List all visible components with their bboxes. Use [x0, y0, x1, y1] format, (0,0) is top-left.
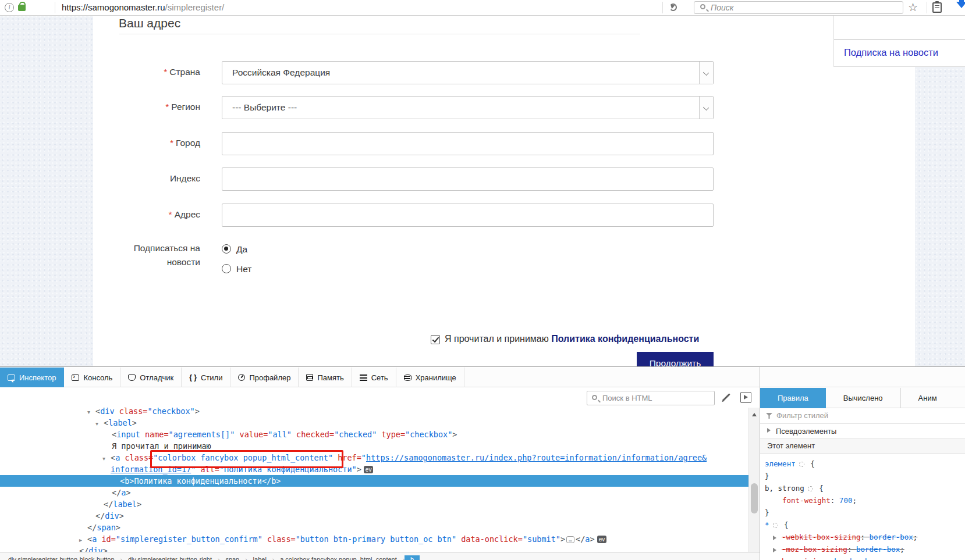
reload-icon[interactable]: [669, 3, 677, 11]
page-content: Ваш адрес *Страна Российская Федерация *…: [93, 16, 915, 366]
url-input[interactable]: https://samogonomaster.ru/simpleregister…: [62, 2, 224, 12]
region-select[interactable]: --- Выберите ---: [222, 96, 714, 119]
address-input[interactable]: [222, 204, 714, 227]
page-background: Ваш адрес *Страна Российская Федерация *…: [0, 16, 965, 366]
https-lock-icon[interactable]: [18, 5, 26, 11]
devtools-panel: Инспектор Консоль Отладчик { }Стили Проф…: [0, 366, 965, 560]
breadcrumb-item[interactable]: a.colorbox.fancybox.popup_html_content: [274, 555, 403, 560]
sidebar-newsletter-link[interactable]: Подписка на новости: [844, 47, 938, 58]
style-filter-input[interactable]: Фильтр стилей: [760, 408, 965, 424]
tree-node[interactable]: </label>: [0, 498, 748, 510]
breadcrumb-item[interactable]: b: [405, 555, 420, 560]
breadcrumb-item[interactable]: div.simpleregister-button-block-button: [2, 555, 120, 560]
storage-icon: [404, 374, 411, 381]
tree-node[interactable]: </div>: [0, 510, 748, 522]
tree-node[interactable]: ▾<a class="colorbox fancybox popup_html_…: [0, 452, 748, 463]
field-label-region: *Регион: [84, 102, 200, 112]
browser-window: i https://samogonomaster.ru/simpleregist…: [0, 0, 965, 560]
css-rule-line[interactable]: -moz-box-sizing: border-box;: [760, 543, 965, 555]
tab-debugger[interactable]: Отладчик: [120, 368, 182, 387]
privacy-policy-link[interactable]: Политика конфиденциальности: [551, 334, 699, 344]
tab-console[interactable]: Консоль: [64, 368, 120, 387]
pseudo-elements-row[interactable]: Псевдоэлементы: [760, 424, 965, 439]
tab-storage[interactable]: Хранилище: [396, 368, 464, 387]
tree-node[interactable]: ▾<label>: [0, 417, 748, 429]
expander-icon[interactable]: [767, 428, 773, 433]
download-icon[interactable]: [956, 2, 965, 13]
search-placeholder: Поиск: [711, 3, 733, 12]
chevron-down-icon: [703, 70, 709, 76]
tab-profiler[interactable]: Профайлер: [230, 368, 299, 387]
dropdown-button[interactable]: [699, 97, 713, 119]
divider: [662, 2, 663, 13]
tree-node[interactable]: <input name="agreements[]" value="all" c…: [0, 429, 748, 440]
console-icon: [72, 374, 79, 381]
red-annotation-box: [150, 450, 343, 468]
chevron-down-icon: [703, 105, 709, 110]
divider: [55, 2, 55, 13]
breadcrumb-item[interactable]: div.simpleregister-button-right: [122, 555, 218, 560]
tree-node[interactable]: information_id=17" alt="Политика конфиде…: [0, 463, 748, 475]
tree-node[interactable]: </span>: [0, 522, 748, 533]
newsletter-yes-radio[interactable]: [222, 244, 231, 254]
breadcrumb-item[interactable]: span: [219, 555, 245, 560]
bookmark-star-icon[interactable]: ☆: [908, 1, 918, 14]
css-rule-line[interactable]: -webkit-box-sizing: border-box;: [760, 531, 965, 543]
tree-node[interactable]: Я прочитал и принимаю: [0, 440, 748, 452]
browser-search-input[interactable]: Поиск: [694, 1, 903, 14]
breadcrumb-items[interactable]: div.simpleregister-button-block-button›d…: [2, 555, 420, 560]
region-value: --- Выберите ---: [232, 102, 297, 113]
split-console-icon[interactable]: [740, 392, 751, 403]
city-input[interactable]: [222, 132, 714, 155]
sidebar-newsletter-box: Подписка на новости: [833, 40, 965, 67]
html-search-input[interactable]: Поиск в HTML: [587, 391, 715, 405]
css-rule-line[interactable]: * {: [760, 519, 965, 531]
country-select[interactable]: Российская Федерация: [222, 61, 714, 84]
reading-list-icon[interactable]: [932, 2, 942, 13]
search-icon: [592, 395, 597, 400]
tree-node[interactable]: ▸<a id="simpleregister_button_confirm" c…: [0, 533, 748, 545]
newsletter-no-radio[interactable]: [222, 264, 231, 273]
filter-icon: [766, 413, 772, 419]
dropdown-button[interactable]: [699, 62, 713, 84]
newsletter-yes-label[interactable]: Да: [236, 244, 247, 255]
site-info-icon[interactable]: i: [5, 3, 14, 12]
css-rule-line[interactable]: b, strong {: [760, 482, 965, 494]
tab-rules[interactable]: Правила: [760, 388, 826, 408]
css-rules-list[interactable]: элемент {}b, strong {font-weight: 700;}*…: [760, 458, 965, 560]
scroll-up-icon[interactable]: [752, 411, 757, 416]
tab-computed[interactable]: Вычислено: [826, 388, 900, 408]
scrollbar-thumb[interactable]: [751, 483, 758, 513]
this-element-header: Этот элемент: [760, 439, 965, 454]
field-label-country: *Страна: [84, 67, 200, 77]
newsletter-no-label[interactable]: Нет: [236, 264, 251, 274]
tab-styles[interactable]: { }Стили: [182, 368, 230, 387]
edit-pencil-icon[interactable]: [722, 394, 730, 401]
tab-memory[interactable]: Память: [299, 368, 352, 387]
devtools-tab-bar: Инспектор Консоль Отладчик { }Стили Проф…: [0, 368, 965, 387]
css-rule-line[interactable]: font-weight: 700;: [760, 494, 965, 507]
tab-inspector[interactable]: Инспектор: [0, 368, 64, 387]
privacy-text: Я прочитал и принимаю Политика конфиденц…: [445, 334, 699, 344]
tab-animations[interactable]: Аним: [900, 388, 955, 408]
braces-icon: { }: [189, 373, 197, 381]
field-label-city: *Город: [84, 138, 200, 148]
memory-icon: [306, 374, 313, 381]
rules-panel: Правила Вычислено Аним Фильтр стилей Псе…: [760, 388, 965, 560]
postcode-input[interactable]: [222, 167, 714, 191]
tree-node[interactable]: </a>: [0, 487, 748, 498]
country-value: Российская Федерация: [232, 67, 330, 78]
css-rule-line[interactable]: box-sizing: border-box;: [760, 555, 965, 560]
divider: [119, 34, 640, 34]
tree-node[interactable]: <b>Политика конфиденциальности</b>: [0, 475, 748, 487]
tab-network[interactable]: Сеть: [352, 368, 396, 387]
css-rule-line[interactable]: элемент {: [760, 458, 965, 470]
privacy-checkbox[interactable]: [431, 335, 440, 344]
tree-scrollbar[interactable]: [748, 408, 760, 560]
css-rule-line[interactable]: }: [760, 507, 965, 519]
css-rule-line[interactable]: }: [760, 470, 965, 482]
tree-node[interactable]: ▾<div class="checkbox">: [0, 405, 748, 417]
browser-url-bar: i https://samogonomaster.ru/simpleregist…: [0, 0, 965, 16]
breadcrumb-item[interactable]: label: [247, 555, 272, 560]
html-tree[interactable]: ▾<div class="checkbox">▾<label><input na…: [0, 405, 748, 560]
